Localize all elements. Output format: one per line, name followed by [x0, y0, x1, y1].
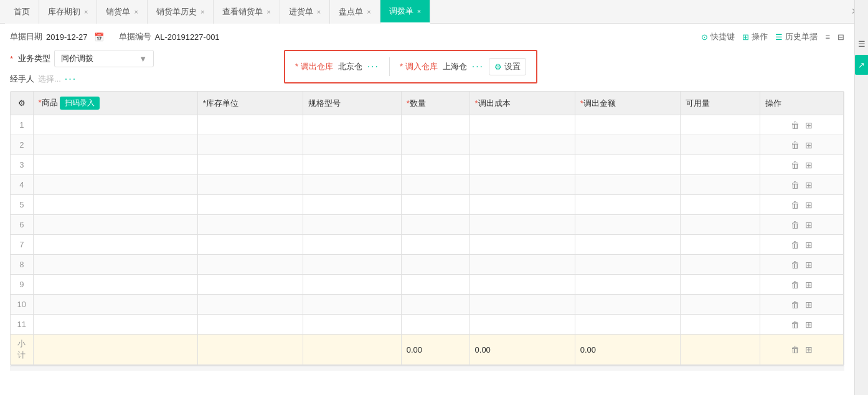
history-action[interactable]: ☰ 历史单据: [775, 31, 818, 42]
date-field: 单据日期 2019-12-27 📅: [10, 31, 104, 42]
tab-sales-history[interactable]: 销货单历史 ×: [148, 0, 214, 24]
tab-close-inventory-check[interactable]: ×: [367, 8, 370, 16]
tab-inventory-check[interactable]: 盘点单 ×: [330, 0, 380, 24]
person-placeholder[interactable]: 选择...: [38, 74, 61, 85]
table-row: 5 🗑 ⊞: [11, 195, 844, 215]
subtotal-row: 小计 0.00 0.00 0.00 🗑 ⊞: [11, 335, 844, 365]
delete-icon[interactable]: 🗑: [791, 280, 800, 290]
tab-sales-order[interactable]: 销货单 ×: [97, 0, 147, 24]
shortcut-label: 快捷键: [710, 31, 735, 42]
delete-icon[interactable]: 🗑: [791, 240, 800, 250]
tab-home[interactable]: 首页: [5, 0, 39, 24]
person-row: 经手人 选择... ···: [10, 74, 284, 85]
row-num: 10: [11, 295, 33, 315]
table-header-row: ⚙ *商品 扫码录入 *库存单位 规格型号 *数量 *调出成本 *调出金额 可用…: [11, 92, 844, 115]
subtotal-delete-icon[interactable]: 🗑: [791, 345, 800, 355]
delete-icon[interactable]: 🗑: [791, 120, 800, 130]
header-left: * 业务类型 同价调拨 ▼ 经手人 选择...: [10, 50, 284, 91]
table-row: 3 🗑 ⊞: [11, 155, 844, 175]
row-num: 9: [11, 275, 33, 295]
biz-type-select[interactable]: 同价调拨 ▼: [54, 50, 154, 67]
copy-icon[interactable]: ⊞: [805, 280, 813, 290]
person-label: 经手人: [10, 74, 34, 85]
copy-icon[interactable]: ⊞: [805, 120, 813, 130]
tab-close-sales-order[interactable]: ×: [134, 8, 138, 16]
table-row: 2 🗑 ⊞: [11, 135, 844, 155]
subtotal-copy-icon[interactable]: ⊞: [805, 345, 813, 355]
delete-icon[interactable]: 🗑: [791, 300, 800, 310]
out-warehouse-value: 北京仓: [338, 61, 362, 72]
shortcut-action[interactable]: ⊙ 快捷键: [701, 31, 735, 42]
col-product: *商品 扫码录入: [33, 92, 197, 115]
layout-icon-2[interactable]: ⊟: [837, 32, 844, 42]
tab-bar: 首页 库存期初 × 销货单 × 销货单历史 × 查看销货单 × 进货单 × 盘点…: [0, 0, 868, 24]
layout-icon-1[interactable]: ≡: [825, 32, 830, 42]
in-warehouse-dots[interactable]: ···: [472, 61, 484, 72]
scan-button[interactable]: 扫码录入: [60, 97, 100, 110]
settings-icon: ⚙: [494, 62, 502, 72]
settings-button[interactable]: ⚙ 设置: [489, 58, 526, 75]
copy-icon[interactable]: ⊞: [805, 180, 813, 190]
tab-close-sales-history[interactable]: ×: [200, 8, 204, 16]
scroll-bar[interactable]: [10, 366, 844, 371]
row-num: 1: [11, 115, 33, 135]
biz-type-label: 业务类型: [18, 53, 50, 64]
calendar-icon[interactable]: 📅: [94, 32, 104, 42]
tab-view-sales[interactable]: 查看销货单 ×: [214, 0, 280, 24]
table-row: 1 🗑 ⊞: [11, 115, 844, 135]
row-num: 6: [11, 215, 33, 235]
delete-icon[interactable]: 🗑: [791, 260, 800, 270]
tab-close-inventory-init[interactable]: ×: [84, 8, 88, 16]
biz-type-field: * 业务类型 同价调拨 ▼: [10, 50, 154, 67]
doc-no-field: 单据编号 AL-20191227-001: [119, 31, 220, 42]
tab-close-view-sales[interactable]: ×: [267, 8, 270, 16]
col-amount: *调出金额: [575, 92, 680, 115]
doc-no-value: AL-20191227-001: [155, 32, 220, 42]
col-avail: 可用量: [681, 92, 760, 115]
table-row: 7 🗑 ⊞: [11, 235, 844, 255]
sidebar-doc-icon[interactable]: ☰: [856, 37, 868, 50]
delete-icon[interactable]: 🗑: [791, 220, 800, 230]
history-icon: ☰: [775, 32, 783, 42]
tab-purchase[interactable]: 进货单 ×: [280, 0, 330, 24]
delete-icon[interactable]: 🗑: [791, 320, 800, 330]
delete-icon[interactable]: 🗑: [791, 160, 800, 170]
copy-icon[interactable]: ⊞: [805, 240, 813, 250]
sidebar-expand-icon[interactable]: ↗: [855, 55, 869, 75]
in-warehouse-value: 上海仓: [443, 61, 467, 72]
tab-close-transfer[interactable]: ×: [417, 7, 421, 15]
tab-close-purchase[interactable]: ×: [317, 8, 321, 16]
table-row: 8 🗑 ⊞: [11, 255, 844, 275]
operation-icon: ⊞: [742, 32, 749, 42]
delete-icon[interactable]: 🗑: [791, 140, 800, 150]
biz-row: * 业务类型 同价调拨 ▼: [10, 50, 284, 67]
history-label: 历史单据: [785, 31, 818, 42]
copy-icon[interactable]: ⊞: [805, 320, 813, 330]
delete-icon[interactable]: 🗑: [791, 180, 800, 190]
copy-icon[interactable]: ⊞: [805, 140, 813, 150]
biz-type-arrow: ▼: [139, 54, 147, 64]
copy-icon[interactable]: ⊞: [805, 200, 813, 210]
warehouse-section: 调出仓库 北京仓 ··· 调入仓库 上海仓 ··· ⚙ 设置: [284, 50, 537, 83]
col-gear[interactable]: ⚙: [11, 92, 33, 115]
row-num: 11: [11, 315, 33, 335]
row-num: 3: [11, 155, 33, 175]
table-row: 4 🗑 ⊞: [11, 175, 844, 195]
copy-icon[interactable]: ⊞: [805, 220, 813, 230]
operation-action[interactable]: ⊞ 操作: [742, 31, 768, 42]
col-spec: 规格型号: [303, 92, 402, 115]
copy-icon[interactable]: ⊞: [805, 300, 813, 310]
main-table: ⚙ *商品 扫码录入 *库存单位 规格型号 *数量 *调出成本 *调出金额 可用…: [10, 91, 844, 366]
tab-transfer[interactable]: 调拨单 ×: [380, 0, 430, 24]
row-num: 7: [11, 235, 33, 255]
row-num: 4: [11, 175, 33, 195]
table-row: 10 🗑 ⊞: [11, 295, 844, 315]
out-warehouse-dots[interactable]: ···: [367, 61, 379, 72]
delete-icon[interactable]: 🗑: [791, 200, 800, 210]
form-header: 单据日期 2019-12-27 📅 单据编号 AL-20191227-001 ⊙…: [10, 31, 844, 42]
copy-icon[interactable]: ⊞: [805, 260, 813, 270]
date-value: 2019-12-27: [46, 32, 88, 42]
person-dots[interactable]: ···: [65, 74, 77, 85]
tab-inventory-init[interactable]: 库存期初 ×: [39, 0, 97, 24]
copy-icon[interactable]: ⊞: [805, 160, 813, 170]
